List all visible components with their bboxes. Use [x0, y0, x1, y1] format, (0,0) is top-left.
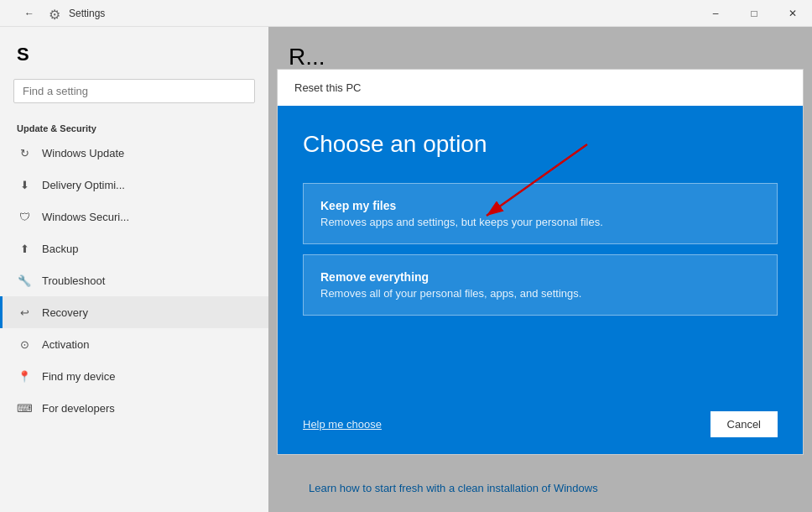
- wrench-icon: 🔧: [17, 273, 32, 288]
- upload-icon: ⬆: [17, 241, 32, 256]
- title-bar: ← ⚙ Settings – □ ✕: [0, 0, 812, 27]
- download-icon: ⬇: [17, 177, 32, 192]
- sidebar-item-activation[interactable]: ⊙ Activation: [0, 328, 268, 360]
- cancel-button[interactable]: Cancel: [710, 411, 778, 437]
- keep-files-description: Removes apps and settings, but keeps you…: [320, 216, 760, 228]
- app-layout: S Update & Security ↻ Windows Update ⬇ D…: [0, 27, 812, 512]
- sidebar-item-recovery[interactable]: ↩ Recovery: [0, 296, 268, 328]
- sidebar-header: S: [0, 27, 268, 72]
- sidebar-item-label: Windows Securi...: [42, 211, 129, 223]
- sidebar-item-label: Windows Update: [42, 147, 124, 159]
- sidebar-item-label: Troubleshoot: [42, 274, 105, 287]
- minimize-button[interactable]: –: [696, 0, 735, 27]
- sidebar-item-label: Backup: [42, 243, 78, 255]
- search-input[interactable]: [13, 79, 255, 103]
- shield-icon: 🛡: [17, 209, 32, 224]
- modal-footer: Help me choose Cancel: [278, 398, 803, 454]
- sidebar-item-delivery-optimization[interactable]: ⬇ Delivery Optimi...: [0, 169, 268, 201]
- circle-arrow-icon: ↩: [17, 305, 32, 320]
- sidebar-item-label: Find my device: [42, 370, 115, 383]
- window-controls: – □ ✕: [696, 0, 812, 27]
- settings-icon: ⚙: [49, 7, 62, 20]
- content-area: R... Reset this PC Choose an option Keep…: [268, 27, 812, 512]
- sidebar-item-for-developers[interactable]: ⌨ For developers: [0, 392, 268, 424]
- window-title: Settings: [69, 8, 802, 19]
- sidebar-item-find-my-device[interactable]: 📍 Find my device: [0, 360, 268, 392]
- location-icon: 📍: [17, 368, 32, 384]
- help-me-choose-link[interactable]: Help me choose: [303, 418, 382, 431]
- back-button[interactable]: ←: [10, 0, 49, 27]
- back-icon: ←: [24, 8, 34, 19]
- modal-heading: Choose an option: [303, 131, 778, 158]
- sidebar-item-label: Recovery: [42, 306, 88, 319]
- close-button[interactable]: ✕: [773, 0, 812, 27]
- remove-everything-title: Remove everything: [320, 270, 760, 284]
- sidebar-item-label: For developers: [42, 402, 115, 415]
- sidebar-item-label: Activation: [42, 338, 89, 351]
- modal-body: Choose an option Keep my files Removes a…: [278, 106, 803, 398]
- reset-pc-dialog: Reset this PC Choose an option Keep my f…: [277, 69, 804, 455]
- refresh-icon: ↻: [17, 145, 32, 160]
- remove-everything-description: Removes all of your personal files, apps…: [320, 287, 760, 300]
- sidebar-item-backup[interactable]: ⬆ Backup: [0, 232, 268, 264]
- code-icon: ⌨: [17, 400, 32, 415]
- sidebar: S Update & Security ↻ Windows Update ⬇ D…: [0, 27, 268, 512]
- keep-my-files-option[interactable]: Keep my files Removes apps and settings,…: [303, 183, 778, 244]
- sidebar-item-windows-security[interactable]: 🛡 Windows Securi...: [0, 201, 268, 232]
- sidebar-item-troubleshoot[interactable]: 🔧 Troubleshoot: [0, 264, 268, 296]
- modal-title-bar: Reset this PC: [278, 70, 803, 106]
- keep-files-title: Keep my files: [320, 199, 760, 212]
- maximize-button[interactable]: □: [735, 0, 773, 27]
- remove-everything-option[interactable]: Remove everything Removes all of your pe…: [303, 254, 778, 316]
- sidebar-item-label: Delivery Optimi...: [42, 179, 125, 191]
- sidebar-item-windows-update[interactable]: ↻ Windows Update: [0, 137, 268, 169]
- key-icon: ⊙: [17, 337, 32, 352]
- sidebar-section-title: Update & Security: [0, 117, 268, 137]
